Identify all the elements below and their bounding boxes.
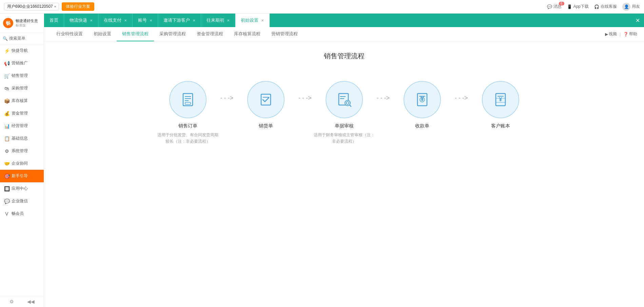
- message-badge: 6: [559, 2, 564, 5]
- sub-tab-purchase-flow[interactable]: 采购管理流程: [154, 27, 191, 41]
- page-content: 销售管理流程 销售订单适用于分批发货、有合同发货周期较长（注：非必要流程）- -…: [44, 41, 644, 307]
- sidebar-item-inventory[interactable]: 📦 库存核算: [0, 95, 44, 107]
- nav-tab-payment[interactable]: 在线支付✕: [98, 14, 133, 27]
- flow-item-sales-order: 销售订单适用于分批发货、有合同发货周期较长（注：非必要流程）: [157, 81, 218, 145]
- sub-tab-initial-label: 初始设置: [94, 31, 111, 37]
- service-label: 在线客服: [601, 4, 617, 9]
- user-group[interactable]: 👤 用友: [622, 3, 640, 11]
- sidebar-item-apps[interactable]: 🔲 应用中心: [0, 182, 44, 195]
- top-bar: 用户690企业1660120507 ▾ 体验行业方案 💬 6 消息 📱 App下…: [0, 0, 644, 14]
- sidebar-item-marketing[interactable]: 📢 营销推广: [0, 57, 44, 69]
- sidebar-marketing-icon: 📢: [4, 61, 9, 66]
- app-label: App下载: [573, 4, 589, 9]
- nav-tab-account[interactable]: 账号✕: [133, 14, 158, 27]
- collapse-icon[interactable]: ◀◀: [27, 299, 35, 304]
- nav-tab-init-close[interactable]: ✕: [261, 19, 264, 22]
- flow-desc-audit: 适用于财务审核或主管审核（注：非必要流程）: [314, 132, 375, 145]
- nav-tab-period-label: 往来期初: [207, 17, 224, 23]
- sidebar-base-label: 基础信息: [12, 136, 28, 141]
- sub-tab-initial[interactable]: 初始设置: [88, 27, 117, 41]
- sidebar-nav: ⚡ 快捷导航📢 营销推广🛒 销售管理🛍 采购管理📦 库存核算💰 资金管理📊 经营…: [0, 44, 44, 220]
- nav-tab-payment-close[interactable]: ✕: [124, 19, 127, 22]
- sub-tab-fund-flow[interactable]: 资金管理流程: [191, 27, 229, 41]
- nav-tab-logistics-label: 物流快递: [70, 17, 87, 23]
- nav-tab-account-close[interactable]: ✕: [150, 19, 152, 22]
- help-action[interactable]: ❓ 帮助: [623, 31, 637, 37]
- sub-tab-sales-flow-label: 销售管理流程: [122, 31, 149, 37]
- flow-item-audit: 单据审核适用于财务审核或主管审核（注：非必要流程）: [314, 81, 375, 145]
- sidebar-purchase-label: 采购管理: [12, 85, 28, 91]
- sidebar-item-sales[interactable]: 🛒 销售管理: [0, 69, 44, 82]
- sub-tabs: 行业特性设置初始设置销售管理流程采购管理流程资金管理流程库存核算流程营销管理流程…: [44, 27, 644, 41]
- sidebar-guide-label: 新手引导: [12, 173, 28, 179]
- user-selector[interactable]: 用户690企业1660120507 ▾: [4, 3, 59, 11]
- help-label: 帮助: [629, 31, 637, 37]
- sidebar-base-icon: 📋: [4, 136, 9, 141]
- nav-tab-logistics[interactable]: 物流快递✕: [64, 14, 98, 27]
- user-selector-text: 用户690企业1660120507: [7, 4, 53, 9]
- nav-tab-invite[interactable]: 邀请下游客户✕: [158, 14, 201, 27]
- sidebar-item-quick-nav[interactable]: ⚡ 快捷导航: [0, 44, 44, 57]
- flow-item-receipt: ¥ 收款单: [392, 81, 453, 132]
- sidebar-item-system[interactable]: ⚙ 系统管理: [0, 145, 44, 157]
- top-bar-right: 💬 6 消息 📱 App下载 🎧 在线客服 👤 用友: [547, 3, 640, 11]
- service-group[interactable]: 🎧 在线客服: [594, 4, 617, 9]
- nav-tab-invite-label: 邀请下游客户: [163, 17, 190, 23]
- nav-tab-home[interactable]: 首页: [44, 14, 64, 27]
- sidebar-vip-icon: V: [4, 211, 9, 217]
- flow-arrow-audit: - - ->: [375, 81, 392, 102]
- sub-tab-industry[interactable]: 行业特性设置: [51, 27, 88, 41]
- sub-tab-marketing-flow[interactable]: 营销管理流程: [266, 27, 303, 41]
- nav-tab-logistics-close[interactable]: ✕: [90, 19, 93, 22]
- video-action[interactable]: ▶ 视频: [605, 31, 617, 37]
- search-menu-label: 搜索菜单: [9, 36, 25, 41]
- logo-text-block: 畅捷通好生意 标准版: [16, 18, 38, 28]
- sub-tab-purchase-flow-label: 采购管理流程: [159, 31, 186, 37]
- sidebar-apps-label: 应用中心: [12, 186, 28, 191]
- sidebar-item-vip[interactable]: V 畅会员: [0, 207, 44, 220]
- app-download-group[interactable]: 📱 App下载: [567, 4, 589, 9]
- sidebar-item-operations[interactable]: 📊 经营管理: [0, 120, 44, 132]
- sub-tab-sales-flow[interactable]: 销售管理流程: [117, 27, 154, 41]
- flow-name-audit: 单据审核: [335, 123, 354, 129]
- nav-tab-invite-close[interactable]: ✕: [193, 19, 195, 22]
- settings-icon[interactable]: ⚙: [9, 299, 14, 304]
- sidebar-item-finance[interactable]: 💰 资金管理: [0, 107, 44, 120]
- logo-version: 标准版: [16, 23, 38, 28]
- message-icon-group[interactable]: 💬 6 消息: [547, 4, 562, 9]
- nav-tab-period-close[interactable]: ✕: [227, 19, 230, 22]
- sidebar-marketing-label: 营销推广: [12, 60, 28, 66]
- sidebar-operations-label: 经营管理: [12, 123, 28, 129]
- nav-tab-payment-label: 在线支付: [104, 17, 121, 23]
- sub-tab-inventory-calc[interactable]: 库存核算流程: [229, 27, 266, 41]
- sidebar-item-base[interactable]: 📋 基础信息: [0, 132, 44, 145]
- sidebar-wechat-label: 企业微信: [12, 198, 28, 204]
- nav-tab-list: 首页物流快递✕在线支付✕账号✕邀请下游客户✕往来期初✕初始设置✕: [44, 14, 270, 27]
- sub-tab-fund-flow-label: 资金管理流程: [197, 31, 223, 37]
- sidebar-item-guide[interactable]: 🎯 新手引导: [0, 170, 44, 182]
- svg-rect-6: [185, 102, 191, 104]
- sidebar-logo: 畅 畅捷通好生意 标准版: [0, 14, 44, 33]
- flow-arrow-delivery: - - ->: [296, 81, 314, 102]
- sidebar-item-collab[interactable]: 🤝 企业协同: [0, 157, 44, 170]
- sidebar-item-wechat[interactable]: 💬 企业微信: [0, 195, 44, 207]
- nav-tab-period[interactable]: 往来期初✕: [201, 14, 235, 27]
- nav-tab-init[interactable]: 初始设置✕: [235, 14, 270, 27]
- sub-tab-list: 行业特性设置初始设置销售管理流程采购管理流程资金管理流程库存核算流程营销管理流程: [51, 27, 303, 41]
- sidebar-purchase-icon: 🛍: [4, 86, 9, 91]
- flow-diagram: 销售订单适用于分批发货、有合同发货周期较长（注：非必要流程）- - -> 销货单…: [51, 74, 637, 151]
- nav-tab-init-label: 初始设置: [241, 17, 258, 23]
- flow-circle-sales-order: [169, 81, 207, 118]
- sidebar-quick-nav-label: 快捷导航: [12, 48, 28, 54]
- sidebar-item-purchase[interactable]: 🛍 采购管理: [0, 82, 44, 95]
- sidebar-operations-icon: 📊: [4, 123, 9, 129]
- nav-close-button[interactable]: ✕: [636, 14, 644, 27]
- sidebar-bottom: ⚙ ◀◀: [0, 296, 44, 307]
- search-menu[interactable]: 🔍 搜索菜单: [0, 33, 44, 44]
- logo-title: 畅捷通好生意: [16, 18, 38, 23]
- flow-desc-sales-order: 适用于分批发货、有合同发货周期较长（注：非必要流程）: [157, 132, 218, 145]
- sidebar-system-label: 系统管理: [12, 148, 28, 154]
- avatar: 👤: [622, 3, 630, 11]
- trial-button[interactable]: 体验行业方案: [62, 2, 94, 11]
- sidebar-finance-icon: 💰: [4, 111, 9, 116]
